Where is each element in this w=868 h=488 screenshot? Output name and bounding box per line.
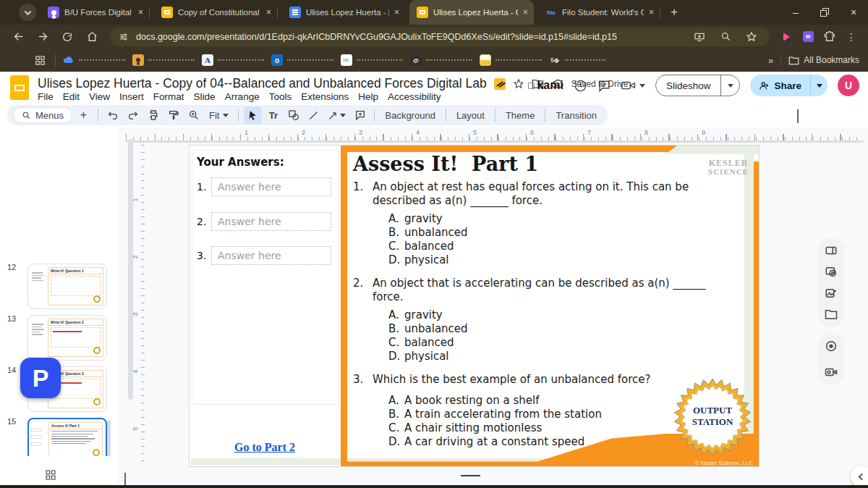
bookmark-item-ixl[interactable]: IXL (341, 54, 403, 66)
insert-comment-button[interactable] (351, 106, 369, 125)
select-tool-button[interactable] (244, 106, 262, 125)
menu-edit[interactable]: Edit (63, 91, 80, 102)
bookmark-item-dark-circle[interactable]: @ (410, 54, 472, 66)
menu-extensions[interactable]: Extensions (301, 91, 349, 102)
theme-button[interactable]: Theme (501, 110, 540, 121)
side-panel-toggle-button[interactable] (851, 466, 868, 487)
bookmark-item-classroom[interactable] (132, 54, 195, 66)
grid-view-button[interactable] (45, 469, 56, 481)
close-tab-icon[interactable]: × (649, 8, 654, 17)
text-box-tool-button[interactable]: Tr (264, 106, 282, 125)
close-tab-icon[interactable]: × (523, 8, 528, 17)
close-tab-icon[interactable]: × (138, 8, 143, 17)
paint-format-button[interactable] (164, 106, 182, 125)
site-info-icon[interactable] (119, 32, 129, 42)
bookmarks-overflow-button[interactable]: » (768, 55, 773, 66)
shape-tool-button[interactable] (284, 106, 302, 125)
menu-help[interactable]: Help (358, 91, 378, 102)
search-menus-button[interactable]: Menus (13, 107, 72, 123)
bookmark-item-achieve[interactable]: A (202, 54, 264, 66)
star-document-button[interactable] (513, 78, 524, 90)
bookmark-item-outlook[interactable]: o (271, 54, 333, 66)
record-button[interactable] (825, 340, 838, 353)
reload-button[interactable] (56, 27, 78, 47)
redo-button[interactable] (124, 106, 142, 125)
menu-insert[interactable]: Insert (119, 91, 144, 102)
share-button[interactable]: Share (750, 75, 827, 96)
minimize-button[interactable]: – (781, 0, 810, 25)
menu-tools[interactable]: Tools (269, 91, 292, 102)
slideshow-dropdown[interactable] (720, 75, 739, 96)
scrollbar[interactable] (128, 139, 133, 400)
zoom-button[interactable] (184, 106, 203, 125)
slide-canvas[interactable]: © Kesler Science, LLC Your Answers: 1. A… (189, 145, 760, 467)
version-history-button[interactable] (574, 79, 587, 93)
answer-input-2[interactable]: Answer here (211, 212, 331, 231)
speaker-notes-handle[interactable] (461, 475, 480, 476)
tab-template[interactable]: Ulises Lopez Huerta - [Templat × (282, 0, 405, 25)
meet-button[interactable] (621, 80, 645, 91)
share-dropdown[interactable] (810, 75, 827, 96)
answer-input-1[interactable]: Answer here (211, 177, 331, 196)
slide-thumbnail-15-selected[interactable]: Assess It! Part 1 (27, 418, 107, 456)
all-bookmarks-button[interactable]: All Bookmarks (788, 55, 859, 65)
kami-extension-icon[interactable] (494, 78, 506, 90)
comments-button[interactable] (597, 79, 611, 93)
background-button[interactable]: Background (380, 110, 440, 121)
new-slide-button[interactable]: + (75, 106, 93, 125)
bookmarks-apps-button[interactable] (32, 50, 48, 70)
menu-slide[interactable]: Slide (194, 91, 216, 102)
tab-bu-forces[interactable]: B/U Forces Digital Lab × (41, 0, 149, 25)
go-to-part-2-link[interactable]: Go to Part 2 (190, 441, 340, 454)
document-title[interactable]: Ulises Lopez Huerta - Copy of 04--Balanc… (38, 76, 487, 91)
extension-pink-button[interactable] (777, 28, 796, 46)
p-extension-badge[interactable]: P (20, 358, 61, 398)
send-to-device-button[interactable] (690, 28, 709, 46)
tab-filo[interactable]: filo Filo Student: World's Only Live × (538, 0, 660, 25)
tab-constitutional[interactable]: Copy of Constitutional Conven × (154, 0, 277, 25)
restore-button[interactable] (810, 0, 839, 25)
slide-thumbnail-13[interactable]: Write It! Question 2 (27, 315, 107, 361)
undo-button[interactable] (103, 106, 122, 125)
filmstrip-scrollbar[interactable] (107, 420, 111, 456)
bookmark-star-button[interactable] (742, 28, 761, 46)
bookmark-item-drive[interactable] (63, 54, 125, 66)
fit-zoom-select[interactable]: Fit (205, 110, 233, 121)
screen-capture-button[interactable] (825, 265, 838, 278)
bookmark-item-sunrise[interactable] (480, 54, 542, 66)
close-tab-icon[interactable]: × (266, 8, 271, 17)
tab-search-button[interactable] (19, 4, 36, 21)
new-tab-button[interactable]: + (671, 5, 678, 20)
answer-input-3[interactable]: Answer here (211, 246, 331, 265)
kami-button[interactable]: kami (528, 79, 563, 92)
forward-button[interactable] (32, 27, 54, 47)
toolbar-collapse-button[interactable] (797, 109, 799, 122)
menu-accessibility[interactable]: Accessibility (388, 91, 441, 102)
slideshow-button[interactable]: Slideshow (655, 75, 741, 96)
menu-view[interactable]: View (89, 91, 110, 102)
layout-button[interactable]: Layout (451, 110, 490, 121)
browser-menu-button[interactable]: ⋮ (842, 28, 861, 46)
filmstrip-collapse-button[interactable] (124, 473, 126, 486)
flashcard-button[interactable] (825, 244, 838, 257)
google-slides-logo[interactable] (10, 75, 29, 100)
folder-button[interactable] (825, 308, 838, 321)
transition-button[interactable]: Transition (550, 110, 602, 121)
line-tool-button[interactable] (305, 106, 323, 125)
search-in-page-button[interactable] (716, 28, 735, 46)
camera-record-button[interactable] (825, 366, 838, 379)
extension-readwrite-button[interactable]: W (799, 28, 817, 46)
close-tab-icon[interactable]: × (394, 8, 399, 17)
print-button[interactable] (144, 106, 162, 125)
account-avatar[interactable]: U (838, 75, 859, 96)
menu-file[interactable]: File (38, 91, 54, 102)
image-export-button[interactable] (825, 287, 838, 300)
menu-format[interactable]: Format (153, 91, 184, 102)
close-window-button[interactable]: × (839, 0, 868, 25)
arrow-tool-button[interactable] (325, 106, 349, 125)
bookmark-item-five[interactable]: 5◆ (549, 54, 605, 66)
address-bar[interactable]: docs.google.com/presentation/d/1Edpzi-qk… (110, 28, 770, 46)
slide-thumbnail-12[interactable]: Write It! Question 1 (27, 264, 107, 309)
menu-arrange[interactable]: Arrange (225, 91, 260, 102)
extensions-menu-button[interactable] (820, 28, 839, 46)
